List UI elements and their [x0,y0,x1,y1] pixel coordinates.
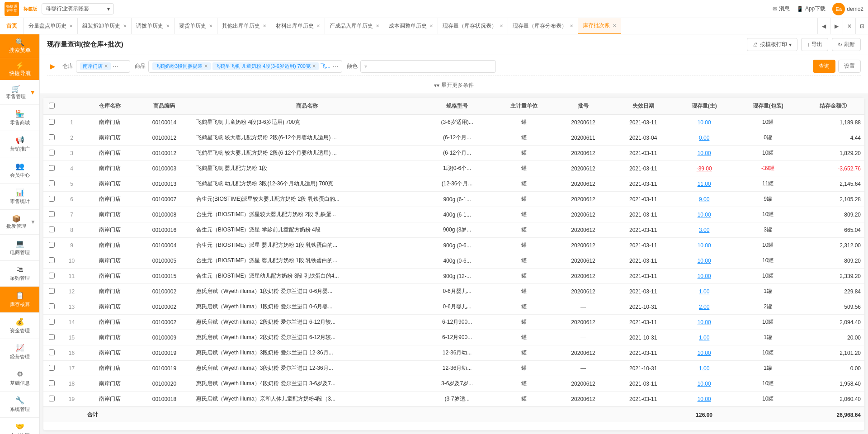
sidebar-item-ecommerce[interactable]: 💻 电商管理 [0,235,39,261]
cell-checkbox[interactable] [43,222,60,238]
tab-yaohuo[interactable]: 要货单历史 ✕ [175,18,217,34]
tab-chengben[interactable]: 成本调整单历史 ✕ [384,18,438,34]
sidebar-item-finance[interactable]: 💰 资金管理 [0,313,39,339]
print-button[interactable]: 🖨 按模板打印 ▾ [747,38,797,51]
sidebar-item-shop[interactable]: 🏪 零售商城 [0,105,39,131]
tab-close-5[interactable]: ✕ [263,24,266,28]
tab-kucun-batch[interactable]: 库存批次账 ✕ [578,18,621,34]
tab-close-2[interactable]: ✕ [123,24,127,28]
color-tag-group[interactable]: ▾ [360,60,496,73]
cell-checkbox[interactable] [43,161,60,176]
sidebar-item-stats[interactable]: 📊 零售统计 [0,184,39,210]
tab-qita[interactable]: 其他出库单历史 ✕ [217,18,271,34]
tab-home[interactable]: 首页 [0,18,24,34]
cell-checkbox[interactable] [43,146,60,161]
cell-checkbox[interactable] [43,299,60,315]
cell-qty-main[interactable]: 11.00 [675,176,734,192]
warehouse-more-icon[interactable]: ··· [113,62,118,71]
table-container[interactable]: 仓库名称 商品编码 商品名称 规格型号 主计量单位 批号 失效日期 现存量(主)… [43,98,864,430]
sidebar-item-basics[interactable]: ⚙ 基础信息 [0,365,39,392]
app-download-button[interactable]: 📱 App下载 [797,5,826,13]
product-more-icon[interactable]: ··· [332,62,338,71]
sidebar-item-retail[interactable]: 🛒 零售管理 ▼ [0,80,39,105]
cell-qty-main[interactable]: 10.00 [675,345,734,361]
sidebar-item-purchase[interactable]: 🛍 采购管理 [0,261,39,287]
cell-checkbox[interactable] [43,361,60,376]
sidebar-quicknav[interactable]: ⚡ 快捷导航 [0,58,39,80]
cell-checkbox[interactable] [43,392,60,407]
product-tag-close-2[interactable]: ✕ [312,63,316,69]
tab-xiancun-status[interactable]: 现存量（库存状况表） ✕ [438,18,508,34]
settings-button[interactable]: 设置 [838,60,861,73]
cell-qty-main[interactable]: 10.00 [675,269,734,284]
cell-checkbox[interactable] [43,330,60,345]
sidebar-item-system[interactable]: 🔧 系统管理 [0,392,39,418]
tab-close-8[interactable]: ✕ [429,24,433,28]
cell-qty-main[interactable]: 2.00 [675,299,734,315]
cell-checkbox[interactable] [43,130,60,146]
tab-close-10[interactable]: ✕ [570,24,573,28]
cell-qty-main[interactable]: 10.00 [675,315,734,330]
product-tag-group[interactable]: 飞鹤奶粉3段同捆提装 ✕ 飞鹤星飞帆 儿童奶粉 4段(3-6岁适用) 700克 … [148,60,342,73]
cell-checkbox[interactable] [43,176,60,192]
cell-qty-main[interactable]: 10.00 [675,376,734,392]
cell-checkbox[interactable] [43,115,60,130]
cell-qty-main[interactable]: -39.00 [675,161,734,176]
tab-chanchenpin[interactable]: 产成品入库单历史 ✕ [325,18,384,34]
tab-cailiao[interactable]: 材料出库单历史 ✕ [271,18,325,34]
cell-checkbox[interactable] [43,315,60,330]
sidebar-search[interactable]: 🔍 搜索英单 [0,34,39,58]
refresh-button[interactable]: ↻ 刷新 [832,38,861,51]
product-more-label[interactable]: 飞... [321,62,330,70]
cell-checkbox[interactable] [43,207,60,222]
sidebar-item-operations[interactable]: 📈 经营管理 [0,339,39,365]
cell-qty-main[interactable]: 10.00 [675,146,734,161]
cell-qty-main[interactable]: 10.00 [675,253,734,269]
tab-close-9[interactable]: ✕ [500,24,503,28]
cell-checkbox[interactable] [43,376,60,392]
query-button[interactable]: 查询 [813,60,835,73]
cell-checkbox[interactable] [43,192,60,207]
expand-more-button[interactable]: ▾▾ 展开更多条件 [434,81,474,89]
sidebar-item-enterprise[interactable]: 🤝 企业协同 [0,418,39,434]
color-dropdown-arrow[interactable]: ▾ [364,63,367,70]
tab-zuhe[interactable]: 组装拆卸单历史 ✕ [78,18,132,34]
cell-checkbox[interactable] [43,284,60,299]
select-all-checkbox[interactable] [49,103,55,108]
cell-checkbox[interactable] [43,269,60,284]
cell-qty-main[interactable]: 1.00 [675,330,734,345]
sidebar-item-member[interactable]: 👥 会员中心 [0,157,39,184]
cell-qty-main[interactable]: 9.00 [675,192,734,207]
cell-qty-main[interactable]: 10.00 [675,238,734,253]
cell-checkbox[interactable] [43,253,60,269]
warehouse-tag-group[interactable]: 南岸门店 ✕ ··· [76,60,130,73]
message-button[interactable]: ✉ 消息 [773,5,790,13]
tab-xiancun-dist[interactable]: 现存量（库存分布表） ✕ [508,18,578,34]
cell-qty-main[interactable]: 3.00 [675,222,734,238]
cell-checkbox[interactable] [43,238,60,253]
product-tag-close-1[interactable]: ✕ [204,63,208,69]
tab-close-6[interactable]: ✕ [316,24,320,28]
org-selector[interactable]: 母婴行业演示账套 ▾ [42,3,114,14]
tab-close-11[interactable]: ✕ [613,23,616,28]
tab-close-4[interactable]: ✕ [209,24,212,28]
export-button[interactable]: ↑ 导出 [801,38,828,51]
cell-qty-main[interactable]: 0.00 [675,130,734,146]
tab-fullscreen[interactable]: ⊡ [855,18,868,34]
tab-arrow-right[interactable]: ▶ [830,18,843,34]
tab-close-current[interactable]: ✕ [843,18,855,34]
cell-qty-main[interactable]: 1.00 [675,361,734,376]
sidebar-item-marketing[interactable]: 📢 营销推广 [0,131,39,157]
filter-expand-arrow[interactable]: ▶ [47,61,58,72]
sidebar-item-wholesale[interactable]: 📦 批发管理 ▼ [0,210,39,235]
cell-qty-main[interactable]: 10.00 [675,115,734,130]
warehouse-tag-close-1[interactable]: ✕ [104,63,108,69]
sidebar-item-inventory[interactable]: 📋 库存核算 [0,287,39,313]
cell-checkbox[interactable] [43,345,60,361]
tab-fen-liang[interactable]: 分量盘点单历史 ✕ [24,18,78,34]
tab-diaob[interactable]: 调拨单历史 ✕ [132,18,175,34]
cell-qty-main[interactable]: 10.00 [675,392,734,407]
tab-close-1[interactable]: ✕ [69,24,73,28]
cell-qty-main[interactable]: 10.00 [675,207,734,222]
tab-arrow-left[interactable]: ◀ [817,18,830,34]
